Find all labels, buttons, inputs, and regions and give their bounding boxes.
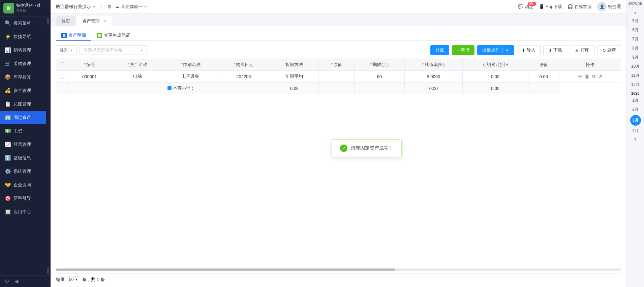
system-icon: ⚙️ xyxy=(5,168,11,174)
import-icon: ⬆ xyxy=(522,48,525,53)
gear-icon[interactable]: ⚙ xyxy=(107,4,112,10)
input-dropdown-icon: ▼ xyxy=(140,49,143,52)
cal-month-10[interactable]: 10月 xyxy=(627,62,644,71)
page-size-select[interactable]: 50 ▼ xyxy=(67,276,80,283)
user-profile-btn[interactable]: 👤 畅捷通 xyxy=(597,2,621,11)
import-button[interactable]: ⬆ 导入 xyxy=(517,45,541,55)
batch-dropdown-icon: ▼ xyxy=(505,49,509,52)
sidebar-item-system[interactable]: ⚙️ 系统管理 xyxy=(0,165,46,178)
sidebar-item-management[interactable]: 📈 经营管理 xyxy=(0,138,46,151)
batch-button[interactable]: 批量操作 ▼ xyxy=(477,45,514,55)
sidebar-item-guide[interactable]: 🎯 新手引导 xyxy=(0,192,46,205)
calendar-nav-up[interactable]: ▲ xyxy=(627,9,644,17)
select-all-checkbox[interactable] xyxy=(60,62,64,67)
sidebar-item-enterprise[interactable]: 🤝 企业协同 xyxy=(0,178,46,192)
calendar-expand-icon[interactable]: ⟪ xyxy=(628,2,630,6)
cal-month-2023-3[interactable]: 3月 xyxy=(630,115,641,126)
cal-month-8[interactable]: 8月 xyxy=(627,44,644,53)
cal-month-2023-2[interactable]: 2月 xyxy=(627,105,644,114)
category-dropdown-icon: ▼ xyxy=(70,49,73,52)
edit-icon[interactable]: ✏ xyxy=(578,74,582,79)
ledger-icon: 📋 xyxy=(5,101,11,107)
th-purchase-date: *购买日期 xyxy=(217,59,270,71)
inventory-icon: 📦 xyxy=(5,74,11,80)
online-service-btn[interactable]: 🎧 在线客服 xyxy=(568,4,592,10)
refresh-button[interactable]: ↻ 刷新 xyxy=(597,45,621,55)
logo-icon: 财 xyxy=(3,3,14,13)
category-input[interactable]: 请选择固定资产类别 ▼ xyxy=(80,45,147,55)
table-horizontal-scrollbar[interactable] xyxy=(56,268,621,271)
sub-tabs: 资产明细 变更生成凭证 xyxy=(56,30,621,41)
sidebar-item-label: 资金管理 xyxy=(13,88,31,94)
sidebar-item-app-center[interactable]: 🔲 应用中心 xyxy=(0,205,46,219)
td-category: 电子设备 xyxy=(164,71,217,83)
th-period: *期限(月) xyxy=(355,59,405,71)
sidebar-item-sales[interactable]: 📊 销售管理 xyxy=(0,43,46,57)
pagination-bar: 每页 50 ▼ 条，共 1 条 xyxy=(56,273,621,283)
collapse-icon[interactable]: ◀ xyxy=(14,278,19,284)
td-initial-accumulated: 0.00 xyxy=(462,71,528,83)
more-icon[interactable]: ↗ xyxy=(598,74,602,79)
message-badge: 99+ xyxy=(528,2,536,6)
experience-btn[interactable]: ☁ 我要体验一下 xyxy=(115,4,147,10)
download-button[interactable]: ⬇ 下载 xyxy=(543,45,567,55)
tab-asset-management[interactable]: 资产管理 ✕ xyxy=(77,16,112,26)
sidebar-item-label: 库存核算 xyxy=(13,74,31,80)
tab-home[interactable]: 首页 xyxy=(56,16,75,26)
sidebar-item-basic-info[interactable]: ℹ️ 基础信息 xyxy=(0,151,46,165)
app-download-btn[interactable]: 📱 App下载 xyxy=(539,4,562,10)
page-size-value: 50 xyxy=(69,277,73,282)
cal-year-2023: 2023 xyxy=(627,89,644,96)
td-asset-name: 电脑 xyxy=(111,71,164,83)
table-header-row: *编号 *资产名称 *类别名称 *购买日期 折旧方法 *原值 *期限(月) *残… xyxy=(56,59,621,71)
reconcile-button[interactable]: 对账 xyxy=(430,45,449,55)
sidebar-item-quicknav[interactable]: ⚡ 快捷导航 xyxy=(0,30,46,43)
subtab-change-voucher[interactable]: 变更生成凭证 xyxy=(91,30,135,41)
sidebar-item-label: 经营管理 xyxy=(13,141,31,148)
sidebar-item-label: 销售管理 xyxy=(13,47,31,53)
category-filter[interactable]: 类别 ▼ xyxy=(56,45,77,55)
td-row-actions: ✏ 🗑 ⧉ ↗ xyxy=(559,71,621,83)
tab-close-icon[interactable]: ✕ xyxy=(103,19,106,23)
row-checkbox[interactable] xyxy=(60,74,64,79)
cal-month-2023-1[interactable]: 1月 xyxy=(627,96,644,105)
calendar-nav-down[interactable]: ▼ xyxy=(627,135,644,143)
sidebar-item-funds[interactable]: 💰 资金管理 xyxy=(0,84,46,97)
td-residual-rate: 5.0000 xyxy=(405,71,463,83)
headset-icon: 🎧 xyxy=(568,4,573,9)
cal-month-7[interactable]: 7月 xyxy=(627,35,644,44)
sidebar-item-label: 固定资产 xyxy=(13,115,31,121)
td-purchase-date: 202206 xyxy=(217,71,270,83)
sidebar-item-ledger[interactable]: 📋 总账管理 xyxy=(0,97,46,111)
cal-month-9[interactable]: 9月 xyxy=(627,53,644,62)
settings-icon[interactable]: ⚙ xyxy=(5,278,9,284)
sidebar-item-purchase[interactable]: 🛒 采购管理 xyxy=(0,57,46,70)
funds-icon: 💰 xyxy=(5,88,11,94)
print-button[interactable]: 🖨 打印 xyxy=(570,45,594,55)
cal-month-2023-4[interactable]: 4月 xyxy=(627,126,644,135)
print-icon: 🖨 xyxy=(575,48,579,53)
cal-month-11[interactable]: 11月 xyxy=(627,71,644,80)
quicknav-icon: ⚡ xyxy=(5,34,11,40)
user-name: 畅捷通 xyxy=(608,4,621,10)
cal-month-12[interactable]: 12月 xyxy=(627,80,644,89)
sidebar-item-search[interactable]: 🔍 搜索菜单 xyxy=(0,17,46,30)
toolbar: 类别 ▼ 请选择固定资产类别 ▼ 对账 + 新增 批量操作 xyxy=(56,45,621,55)
asset-table: *编号 *资产名称 *类别名称 *购买日期 折旧方法 *原值 *期限(月) *残… xyxy=(56,59,621,94)
sidebar-item-fixed-assets[interactable]: 🏢 固定资产 xyxy=(0,111,46,124)
td-net-value: 0.00 xyxy=(528,71,559,83)
sidebar-item-inventory[interactable]: 📦 库存核算 xyxy=(0,70,46,84)
sidebar-item-payroll[interactable]: 💵 工资 xyxy=(0,124,46,138)
copy-icon[interactable]: ⧉ xyxy=(592,74,595,79)
message-btn[interactable]: 💬 消息 99+ xyxy=(518,4,533,10)
toast-check-icon: ✓ xyxy=(340,145,347,152)
topbar: 医疗器械行业演示 ▼ ⚙ ☁ 我要体验一下 💬 消息 99+ 📱 App下载 🎧… xyxy=(51,0,626,13)
sidebar-logo: 财 畅捷通好业财 普及版 xyxy=(0,0,51,17)
calendar-close-icon[interactable]: ✕ xyxy=(639,2,643,7)
cal-month-5[interactable]: 5月 xyxy=(627,17,644,26)
subtab-asset-detail[interactable]: 资产明细 xyxy=(56,30,91,41)
company-selector[interactable]: 医疗器械行业演示 ▼ xyxy=(56,4,96,10)
new-button[interactable]: + 新增 xyxy=(452,45,474,55)
cal-month-6[interactable]: 6月 xyxy=(627,26,644,35)
delete-icon[interactable]: 🗑 xyxy=(585,74,589,79)
